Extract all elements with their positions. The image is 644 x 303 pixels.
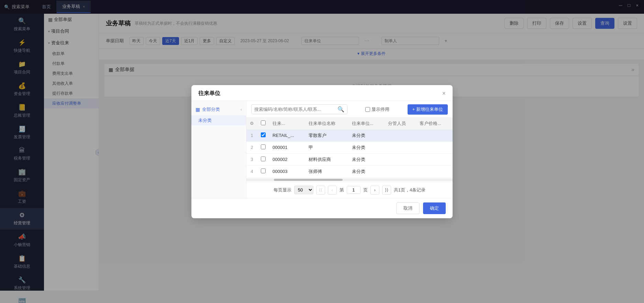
prev-page-btn[interactable]: ‹ <box>328 186 337 195</box>
page-number-input[interactable] <box>347 186 360 194</box>
modal-overlay: 往来单位 × ▦ 全部分类 ‹ 未分类 <box>0 0 644 303</box>
show-disabled-checkbox[interactable] <box>365 107 370 112</box>
th-checkbox <box>257 118 269 130</box>
row-price <box>416 141 453 153</box>
table-header-row: ⚙ 往来... 往来单位名称 往来单位... 分管人员 客户价格... <box>246 118 453 130</box>
first-page-btn[interactable]: ⟨⟨ <box>316 186 325 195</box>
th-settings: ⚙ <box>246 118 257 130</box>
total-pages-label: 共1页，4条记录 <box>394 187 425 193</box>
modal-left-panel: ▦ 全部分类 ‹ 未分类 <box>191 101 246 198</box>
next-page-btn[interactable]: › <box>370 186 379 195</box>
row-num: 3 <box>246 153 257 165</box>
row-name: 甲 <box>305 141 348 153</box>
row-category: 未分类 <box>348 165 385 177</box>
row-checkbox-cell <box>257 141 269 153</box>
show-disabled-wrap: 显示停用 <box>365 106 389 113</box>
partner-modal: 往来单位 × ▦ 全部分类 ‹ 未分类 <box>191 85 453 218</box>
row-name: 零散客户 <box>305 129 348 141</box>
row-category: 未分类 <box>348 141 385 153</box>
row-code: 000002 <box>269 153 305 165</box>
modal-right-panel: 🔍 显示停用 + 新增往来单位 ⚙ <box>246 101 453 198</box>
confirm-button[interactable]: 确定 <box>423 202 446 214</box>
last-page-btn[interactable]: ⟩⟩ <box>382 186 391 195</box>
row-manager <box>385 165 416 177</box>
th-category: 往来单位... <box>348 118 385 130</box>
row-category: 未分类 <box>348 153 385 165</box>
th-code: 往来... <box>269 118 305 130</box>
scroll-thumb <box>274 179 343 181</box>
row-num: 1 <box>246 129 257 141</box>
page-label: 页 <box>363 187 368 193</box>
table-row[interactable]: 1 RETAIL_... 零散客户 未分类 <box>246 129 453 141</box>
all-categories-label: 全部分类 <box>202 106 220 113</box>
table-row[interactable]: 4 000003 张师傅 未分类 <box>246 165 453 177</box>
scroll-bar[interactable] <box>246 178 453 181</box>
modal-uncategorized[interactable]: 未分类 <box>191 115 246 126</box>
uncategorized-label: 未分类 <box>198 118 212 123</box>
per-page-select[interactable]: 50 100 <box>294 186 313 194</box>
row-num: 4 <box>246 165 257 177</box>
modal-toolbar: 🔍 显示停用 + 新增往来单位 <box>246 101 453 118</box>
modal-search-input[interactable] <box>254 107 335 112</box>
modal-footer: 取消 确定 <box>191 198 453 218</box>
modal-close-button[interactable]: × <box>442 90 446 97</box>
th-name: 往来单位名称 <box>305 118 348 130</box>
settings-icon[interactable]: ⚙ <box>250 121 254 126</box>
cancel-button[interactable]: 取消 <box>396 202 420 214</box>
grid-modal-icon: ▦ <box>196 107 200 112</box>
row-checkbox[interactable] <box>261 132 266 137</box>
add-partner-button[interactable]: + 新增往来单位 <box>408 104 448 115</box>
row-checkbox[interactable] <box>261 144 266 149</box>
row-code: RETAIL_... <box>269 129 305 141</box>
row-name: 材料供应商 <box>305 153 348 165</box>
row-price <box>416 153 453 165</box>
row-code: 000003 <box>269 165 305 177</box>
row-checkbox-cell <box>257 153 269 165</box>
row-checkbox[interactable] <box>261 168 266 173</box>
row-num: 2 <box>246 141 257 153</box>
row-code: 000001 <box>269 141 305 153</box>
row-manager <box>385 153 416 165</box>
modal-table: ⚙ 往来... 往来单位名称 往来单位... 分管人员 客户价格... <box>246 118 453 178</box>
table-row[interactable]: 2 000001 甲 未分类 <box>246 141 453 153</box>
row-checkbox[interactable] <box>261 156 266 161</box>
row-price <box>416 129 453 141</box>
row-name: 张师傅 <box>305 165 348 177</box>
modal-header: 往来单位 × <box>191 85 453 101</box>
table-row[interactable]: 3 000002 材料供应商 未分类 <box>246 153 453 165</box>
modal-search-icon: 🔍 <box>337 106 344 113</box>
row-checkbox-cell <box>257 165 269 177</box>
select-all-checkbox[interactable] <box>261 120 266 125</box>
modal-all-categories[interactable]: ▦ 全部分类 ‹ <box>191 105 246 115</box>
show-disabled-label: 显示停用 <box>371 106 389 113</box>
page-word: 第 <box>340 187 344 193</box>
row-checkbox-cell <box>257 129 269 141</box>
collapse-left-icon[interactable]: ‹ <box>241 107 242 112</box>
row-manager <box>385 129 416 141</box>
row-price <box>416 165 453 177</box>
row-manager <box>385 141 416 153</box>
modal-search-box: 🔍 <box>251 104 347 114</box>
row-category: 未分类 <box>348 129 385 141</box>
th-price: 客户价格... <box>416 118 453 130</box>
th-manager: 分管人员 <box>385 118 416 130</box>
modal-title: 往来单位 <box>198 90 220 97</box>
pagination: 每页显示 50 100 ⟨⟨ ‹ 第 页 › ⟩⟩ 共1页，4条记录 <box>246 182 453 198</box>
per-page-label: 每页显示 <box>274 187 291 193</box>
modal-body: ▦ 全部分类 ‹ 未分类 🔍 显示停用 <box>191 101 453 198</box>
modal-table-wrap: ⚙ 往来... 往来单位名称 往来单位... 分管人员 客户价格... <box>246 118 453 178</box>
